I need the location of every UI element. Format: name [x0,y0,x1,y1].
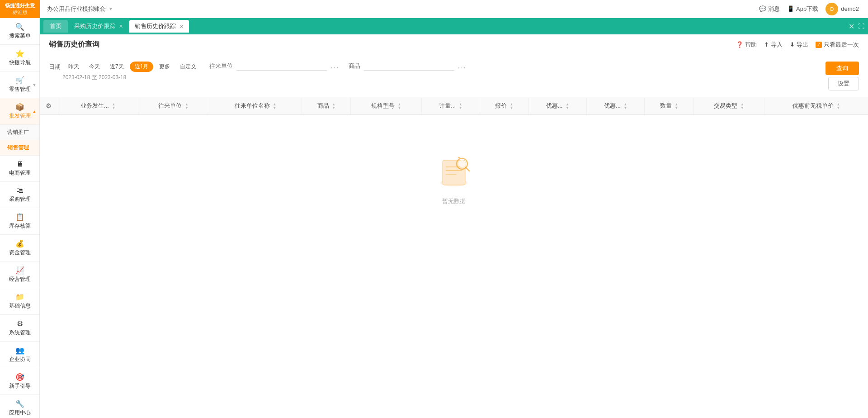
app-label: App下载 [796,5,818,13]
query-btn[interactable]: 查询 [826,62,859,75]
col-pre-discount-price[interactable]: 优惠前无税单价 ▲▼ [764,97,868,115]
date-btn-7days[interactable]: 近7天 [106,62,128,72]
app-download-btn[interactable]: 📱 App下载 [787,5,818,13]
retail-expand-icon: ▼ [32,82,37,87]
product-dots[interactable]: ... [458,62,467,70]
app-center-icon: 🔧 [15,399,24,408]
date-range-display: 2023-02-18 至 2023-03-18 [62,74,126,81]
logo: 畅捷通好生意 标准版 [0,0,40,18]
sidebar-item-basic-info[interactable]: 📁 基础信息 [0,288,39,315]
col-transaction-type[interactable]: 交易类型 ▲▼ [693,97,764,115]
tab-sales-history[interactable]: 销售历史价跟踪 ✕ [129,20,189,33]
inventory-icon: 📋 [15,213,24,221]
settings-btn[interactable]: 设置 [828,77,859,90]
sidebar-item-inventory[interactable]: 📋 库存核算 [0,208,39,235]
sidebar-item-finance[interactable]: 💰 资金管理 [0,235,39,261]
sidebar-item-search[interactable]: 🔍 搜索菜单 [0,18,39,45]
only-last-checkbox[interactable]: ✓ [816,42,822,48]
help-icon: ❓ [736,41,743,48]
tab-maximize-icon[interactable]: ⛶ [858,23,864,30]
tab-sales-close-icon[interactable]: ✕ [179,24,184,29]
col-unit-measure[interactable]: 计量... ▲▼ [422,97,480,115]
only-last-checkbox-label[interactable]: ✓ 只看最后一次 [816,41,859,49]
message-icon: 💬 [759,5,766,12]
tab-purchase-close-icon[interactable]: ✕ [119,24,123,29]
sidebar-sub-item-marketing[interactable]: 营销推广 [0,125,39,140]
export-icon: ⬇ [790,41,795,48]
help-btn[interactable]: ❓ 帮助 [736,41,757,49]
purchase-icon: 🛍 [16,186,24,195]
product-input[interactable] [364,62,454,71]
sidebar-item-retail[interactable]: 🛒 零售管理 ▼ [0,71,39,98]
export-label: 导出 [797,41,808,49]
tab-home-label: 首页 [50,22,61,30]
finance-icon: 💰 [15,239,24,248]
col-quantity[interactable]: 数量 ▲▼ [645,97,693,115]
date-btn-more[interactable]: 更多 [155,62,174,72]
sidebar-item-guide[interactable]: 🎯 新手引导 [0,368,39,395]
tab-close-all-icon[interactable]: ✕ [849,22,854,31]
sidebar: 🔍 搜索菜单 ⭐ 快捷导航 🛒 零售管理 ▼ 📦 批发管理 ▲ 营销推广 销售管… [0,18,40,418]
tab-home[interactable]: 首页 [43,20,68,33]
empty-state: ✦ 暂无数据 [40,115,868,242]
date-btn-today[interactable]: 今天 [85,62,104,72]
svg-line-8 [466,167,469,171]
col-price[interactable]: 报价 ▲▼ [480,97,528,115]
source-unit-input[interactable] [236,62,327,71]
sort-icon-price: ▲▼ [509,103,513,110]
help-label: 帮助 [745,41,757,49]
import-btn[interactable]: ⬆ 导入 [764,41,783,49]
message-label: 消息 [768,5,780,13]
sidebar-item-quick-nav[interactable]: ⭐ 快捷导航 [0,45,39,71]
export-btn[interactable]: ⬇ 导出 [790,41,808,49]
date-btn-1month[interactable]: 近1月 [130,62,154,72]
date-btn-yesterday[interactable]: 昨天 [64,62,83,72]
guide-icon: 🎯 [15,373,24,381]
tabs-bar: 首页 采购历史价跟踪 ✕ 销售历史价跟踪 ✕ ✕ ⛶ [40,18,868,34]
message-btn[interactable]: 💬 消息 [759,5,780,13]
basic-info-icon: 📁 [15,293,24,301]
page-header: 销售历史价查询 ❓ 帮助 ⬆ 导入 ⬇ 导出 [40,34,868,55]
sort-icon-spec: ▲▼ [398,103,401,110]
logo-line2: 标准版 [13,9,28,15]
col-spec[interactable]: 规格型号 ▲▼ [351,97,422,115]
sort-icon-date: ▲▼ [112,103,115,110]
date-btn-custom[interactable]: 自定义 [176,62,200,72]
sort-icon-unit: ▲▼ [185,103,189,110]
sort-icon-quantity: ▲▼ [675,103,678,110]
sidebar-item-wholesale[interactable]: 📦 批发管理 ▲ [0,98,39,125]
col-product[interactable]: 商品 ▲▼ [302,97,351,115]
account-dropdown[interactable]: 办公用品行业模拟账套 ▼ [40,5,120,13]
tab-sales-label: 销售历史价跟踪 [135,22,176,30]
sidebar-sub-item-sales[interactable]: 销售管理 [0,140,39,156]
col-unit[interactable]: 往来单位 ▲▼ [138,97,209,115]
search-icon: 🔍 [15,23,24,31]
account-label: 办公用品行业模拟账套 [47,5,106,13]
data-table: ⚙ 业务发生... ▲▼ 往来单位 ▲▼ 往来单位名称 [40,97,868,115]
col-unit-name[interactable]: 往来单位名称 ▲▼ [209,97,302,115]
col-discount2[interactable]: 优惠... ▲▼ [587,97,645,115]
filter-section: 日期 昨天 今天 近7天 近1月 更多 自定义 2023-02-18 [40,55,868,97]
sort-icon-product: ▲▼ [332,103,335,110]
sidebar-item-purchase[interactable]: 🛍 采购管理 [0,182,39,208]
wholesale-expand-icon: ▲ [32,109,37,114]
import-label: 导入 [771,41,783,49]
sidebar-item-ecommerce[interactable]: 🖥 电商管理 [0,156,39,182]
app-icon: 📱 [787,5,794,12]
user-avatar[interactable]: D demo2 [826,3,859,15]
sidebar-item-operations[interactable]: 📈 经营管理 [0,261,39,288]
source-unit-dots[interactable]: ... [330,62,339,70]
svg-point-7 [458,160,466,167]
table-settings-col: ⚙ [40,97,58,115]
sidebar-item-system[interactable]: ⚙ 系统管理 [0,315,39,342]
logo-line1: 畅捷通好生意 [5,2,35,9]
table-settings-icon[interactable]: ⚙ [46,102,52,109]
empty-text: 暂无数据 [442,197,466,205]
col-discount1[interactable]: 优惠... ▲▼ [528,97,586,115]
sidebar-item-cooperation[interactable]: 👥 企业协同 [0,342,39,368]
col-date[interactable]: 业务发生... ▲▼ [58,97,138,115]
tab-purchase-history[interactable]: 采购历史价跟踪 ✕ [69,20,128,33]
avatar-circle: D [826,3,838,15]
sidebar-item-app-center[interactable]: 🔧 应用中心 [0,395,39,418]
table-container: ⚙ 业务发生... ▲▼ 往来单位 ▲▼ 往来单位名称 [40,97,868,418]
